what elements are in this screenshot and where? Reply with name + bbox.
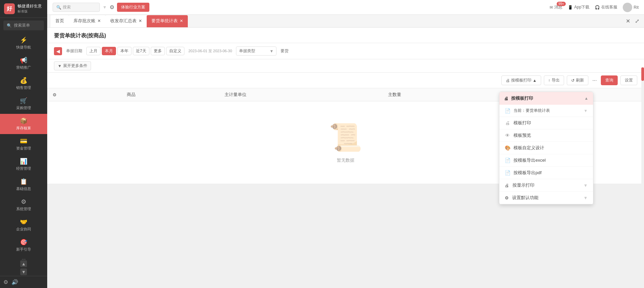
refresh-btn[interactable]: ↺ 刷新 — [567, 75, 588, 85]
filter-expand-btn[interactable]: ◀ — [54, 47, 62, 55]
tab-close-icon[interactable]: ✕ — [97, 19, 101, 23]
tab-label: 库存批次账 — [74, 18, 95, 24]
sound-icon[interactable]: 🔊 — [11, 279, 18, 285]
topbar-online-service[interactable]: 🎧 在线客服 — [595, 4, 617, 10]
current-template-item[interactable]: 📄 当前：要货单统计表 ▼ — [499, 105, 593, 117]
export-btn-label: 导出 — [552, 77, 560, 83]
dropdown-item-template-design[interactable]: 🎨 模板自定义设计 — [499, 142, 593, 154]
tabbar-right: ✕ ⤢ — [624, 17, 641, 25]
query-btn[interactable]: 查询 — [601, 75, 618, 85]
topbar-user[interactable]: Rit — [623, 3, 639, 12]
system-icon: ⚙ — [21, 198, 26, 205]
sidebar-item-system[interactable]: ⚙ 系统管理 — [0, 195, 47, 215]
print-btn[interactable]: 🖨 按模板打印 ▲ — [501, 75, 541, 85]
topbar-search-icon: 🔍 — [56, 5, 61, 10]
sidebar-item-sales[interactable]: 💰 销售管理 — [0, 73, 47, 94]
sidebar-item-newbie[interactable]: 🎯 新手引导 — [0, 235, 47, 255]
sidebar-item-label: 企业协同 — [16, 227, 31, 232]
date-btn-本月[interactable]: 本月 — [102, 47, 116, 55]
more-btn[interactable]: ··· — [591, 77, 598, 84]
purchase-icon: 🛒 — [20, 97, 27, 104]
template-print-label: 模板打印 — [514, 120, 531, 126]
current-template-label: 当前：要货单统计表 — [514, 108, 550, 114]
dropdown-item-template-export-excel[interactable]: 📄 按模板导出excel — [499, 154, 593, 167]
sidebar-search[interactable]: 🔍 搜索菜单 — [3, 21, 44, 30]
sidebar-item-inventory[interactable]: 📦 库存核算 — [0, 114, 47, 134]
operations-icon: 📊 — [20, 158, 27, 165]
tab-order-stats[interactable]: 要货单统计表✕ — [147, 15, 188, 27]
date-filter-label: 单据日期 — [66, 48, 82, 54]
print-dropdown-header: 🖨 按模板打印 ▲ — [499, 92, 593, 105]
topbar: 🔍 搜索 ▼ ⚙ 体验行业方案 ✉ 消息 99+ 📱 App下载 🎧 在线客服 … — [47, 0, 644, 15]
col-product: 商品 — [121, 88, 219, 101]
sidebar-item-label: 资金管理 — [16, 146, 31, 151]
sidebar-scroll-down[interactable]: ▼ — [20, 268, 27, 275]
template-print-icon: 🖨 — [505, 120, 510, 126]
dropdown-item-template-export-pdf[interactable]: 📄 按模板导出pdf — [499, 167, 593, 179]
template-export-pdf-icon: 📄 — [505, 170, 510, 175]
dropdown-section-display-print[interactable]: 🖨 按显示打印 ▼ — [499, 179, 593, 192]
settings-btn[interactable]: 设置 — [620, 75, 637, 85]
trial-industry-btn[interactable]: 体验行业方案 — [117, 3, 149, 12]
sidebar-scroll-up[interactable]: ▲ — [20, 260, 27, 267]
expand-more-btn[interactable]: ▼ 展开更多条件 — [54, 61, 91, 70]
date-btn-自定义[interactable]: 自定义 — [166, 47, 184, 55]
tabbar-close-btn[interactable]: ✕ — [624, 17, 632, 25]
topbar-app-download[interactable]: 📱 App下载 — [568, 4, 589, 10]
gear-settings[interactable]: ⚙ — [110, 4, 114, 10]
tab-close-icon[interactable]: ✕ — [139, 19, 142, 23]
sidebar-item-marketing[interactable]: 📢 营销推广 — [0, 53, 47, 73]
date-btn-近7天[interactable]: 近7天 — [133, 47, 149, 55]
sidebar-nav: ⚡ 快捷导航 📢 营销推广 💰 销售管理 🛒 采购管理 📦 库存核算 💳 资金管… — [0, 33, 47, 260]
default-settings-left: ⚙ 设置默认功能 — [505, 195, 538, 201]
tab-batch-account[interactable]: 库存批次账✕ — [69, 15, 106, 27]
sidebar-item-label: 经营管理 — [16, 166, 31, 171]
tab-receipt-summary[interactable]: 收发存汇总表✕ — [106, 15, 147, 27]
tab-close-icon[interactable]: ✕ — [180, 19, 183, 23]
sidebar-item-appstore[interactable]: 📱 应用中心 — [0, 255, 47, 260]
settings-icon[interactable]: ⚙ — [3, 279, 8, 285]
chevron-right-icon: ▼ — [583, 195, 588, 200]
app-version: 标准版 — [18, 9, 42, 14]
export-btn[interactable]: ↑ 导出 — [544, 75, 564, 85]
app-icon: 📱 — [568, 5, 573, 10]
sidebar-item-label: 营销推广 — [16, 65, 31, 70]
app-logo: 好 畅捷通好生意 标准版 — [0, 0, 47, 18]
topbar-messages[interactable]: ✉ 消息 99+ — [550, 4, 562, 10]
template-design-icon: 🎨 — [505, 145, 510, 151]
dropdown-chevron-up[interactable]: ▲ — [584, 96, 588, 101]
date-btn-上月[interactable]: 上月 — [86, 47, 100, 55]
action-bar: 🖨 按模板打印 ▲ ↑ 导出 ↺ 刷新 ··· 查询 设置 — [47, 73, 644, 88]
tab-label: 首页 — [55, 18, 64, 24]
sidebar-item-finance[interactable]: 💳 资金管理 — [0, 134, 47, 154]
user-avatar — [623, 3, 632, 12]
topbar-breadcrumb-sep: ▼ — [103, 5, 107, 10]
dropdown-item-template-print[interactable]: 🖨 模板打印 — [499, 117, 593, 129]
doc-type-select[interactable]: 单据类型 ▼ — [236, 46, 276, 56]
date-btn-更多[interactable]: 更多 — [151, 47, 165, 55]
default-settings-icon: ⚙ — [505, 195, 509, 200]
app-download-label: App下载 — [574, 4, 589, 10]
newbie-icon: 🎯 — [20, 238, 27, 246]
date-btn-本年[interactable]: 本年 — [117, 47, 131, 55]
tab-home[interactable]: 首页 — [51, 15, 69, 27]
template-export-pdf-label: 按模板导出pdf — [514, 170, 541, 176]
headset-icon: 🎧 — [595, 5, 600, 10]
print-dropdown-controls: ▲ — [584, 96, 588, 101]
order-status-label: 要货 — [281, 48, 289, 54]
sidebar-item-enterprise[interactable]: 🤝 企业协同 — [0, 215, 47, 235]
tab-label: 收发存汇总表 — [110, 18, 137, 24]
empty-icon: 📜 — [329, 122, 362, 153]
display-print-icon: 🖨 — [505, 183, 509, 188]
right-scrollbar[interactable] — [641, 67, 644, 288]
tabbar-expand-btn[interactable]: ⤢ — [634, 17, 641, 25]
sidebar-item-purchase[interactable]: 🛒 采购管理 — [0, 94, 47, 114]
sidebar-item-basics[interactable]: 📋 基础信息 — [0, 174, 47, 195]
sidebar-item-operations[interactable]: 📊 经营管理 — [0, 154, 47, 174]
sidebar-item-quick-nav[interactable]: ⚡ 快捷导航 — [0, 33, 47, 53]
app-name: 畅捷通好生意 — [18, 4, 42, 9]
topbar-search[interactable]: 🔍 搜索 — [53, 3, 100, 12]
dropdown-section-default-settings[interactable]: ⚙ 设置默认功能 ▼ — [499, 192, 593, 204]
dropdown-item-template-preview[interactable]: 👁 模板预览 — [499, 129, 593, 142]
basics-icon: 📋 — [20, 178, 27, 185]
